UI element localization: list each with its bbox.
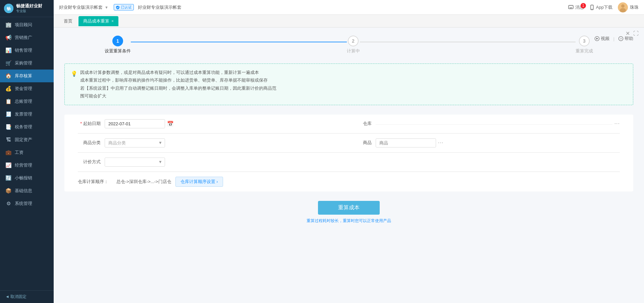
app-download-label: App下载 — [596, 4, 612, 10]
user-area[interactable]: 珠珠 — [618, 2, 639, 12]
sidebar-item-asset[interactable]: 🏗 固定资产 — [0, 133, 54, 146]
finance-icon: 💰 — [5, 86, 11, 92]
sidebar-item-label: 项目顾问 — [15, 22, 32, 28]
expense-icon: 🔄 — [5, 175, 11, 181]
form-row-3: 计价方式 ▼ — [78, 153, 620, 172]
topbar: 好业财专业版演示帐套 ▼ 已认证 好业财专业版演示帐套 消息 1 — [54, 0, 644, 15]
sidebar-item-label: 资金管理 — [15, 86, 32, 92]
sidebar-item-label: 库存核算 — [15, 73, 32, 79]
sidebar-item-label: 发票管理 — [15, 111, 32, 117]
goods-input[interactable] — [376, 138, 436, 147]
message-icon — [568, 4, 574, 10]
sidebar-header: 畅 畅捷通好业财 专业版 — [0, 0, 54, 17]
step-connector-1 — [131, 42, 347, 42]
sidebar-item-accounting[interactable]: 📋 总账管理 — [0, 95, 54, 108]
expand-btn[interactable]: ⛶ — [633, 31, 639, 37]
recalc-hint: 重算过程耗时较长，重算时您可以正常使用产品 — [307, 218, 391, 224]
tab-recalc-label: 商品成本重算 — [83, 18, 109, 24]
purchase-icon: 🛒 — [5, 60, 11, 66]
pricing-select[interactable] — [105, 158, 165, 167]
sales-icon: 📊 — [5, 47, 11, 53]
message-btn[interactable]: 消息 1 — [568, 4, 584, 10]
user-name: 珠珠 — [630, 4, 639, 10]
start-date-field: 起始日期 📅 — [78, 119, 349, 128]
goods-more-btn[interactable]: ··· — [438, 140, 443, 146]
tax-icon: 📑 — [5, 124, 11, 130]
tab-close-icon[interactable]: × — [111, 19, 114, 24]
category-select[interactable]: 商品分类 — [105, 138, 165, 147]
info-line-2: 成本重算过程中，影响库存账的操作均不能操作，比如进货单、销货单、库存单据不能审核… — [80, 76, 276, 84]
tabbar: 首页 商品成本重算 × — [54, 15, 644, 28]
sidebar-item-operation[interactable]: 📈 经营管理 — [0, 159, 54, 172]
sidebar-item-tax[interactable]: 📑 税务管理 — [0, 121, 54, 133]
recalc-section: 重算成本 重算过程耗时较长，重算时您可以正常使用产品 — [64, 201, 633, 224]
goods-label: 商品 — [349, 140, 376, 146]
account-name: 好业财专业版演示帐套 — [59, 4, 103, 10]
sidebar-item-basic[interactable]: 📦 基础信息 — [0, 184, 54, 197]
step-2: 2 计算中 — [347, 36, 360, 54]
start-date-input[interactable] — [105, 119, 165, 128]
form-row-2: 商品分类 商品分类 ▼ 商品 ··· — [78, 134, 620, 153]
divider-line: | — [613, 36, 614, 42]
project-icon: 🏢 — [5, 22, 11, 28]
app-download-btn[interactable]: App下载 — [589, 4, 612, 10]
step-2-label: 计算中 — [347, 48, 360, 54]
calendar-icon[interactable]: 📅 — [167, 121, 174, 127]
asset-icon: 🏗 — [5, 137, 11, 143]
svg-text:畅: 畅 — [7, 6, 11, 11]
sidebar-item-label: 营销推广 — [15, 35, 32, 41]
shield-icon — [116, 5, 120, 9]
goods-field: 商品 ··· — [349, 138, 620, 147]
recalc-btn[interactable]: 重算成本 — [318, 201, 380, 215]
verified-label: 已认证 — [121, 5, 132, 10]
pricing-field: 计价方式 ▼ — [78, 158, 349, 167]
svg-point-4 — [592, 9, 592, 9]
step-3: 3 重算完成 — [576, 36, 593, 54]
sidebar-toggle[interactable]: ◄ 取消固定 — [0, 290, 54, 303]
svg-text:?: ? — [620, 37, 622, 41]
info-line-1: 因成本计算参数调整，或是对商品成本有疑问时，可以通过成本重算功能，重新计算一遍成… — [80, 69, 276, 76]
sidebar-item-project[interactable]: 🏢 项目顾问 — [0, 18, 54, 31]
sidebar-item-purchase[interactable]: 🛒 采购管理 — [0, 57, 54, 70]
verified-badge-area: 已认证 好业财专业版演示帐套 — [114, 4, 181, 10]
sidebar-item-invoice[interactable]: 🧾 发票管理 — [0, 108, 54, 121]
salary-icon: 💼 — [5, 149, 11, 156]
sidebar-item-inventory[interactable]: 🏠 库存核算 — [0, 70, 54, 82]
sidebar: 畅 畅捷通好业财 专业版 🏢 项目顾问 📢 营销推广 📊 销售管理 🛒 采购管理… — [0, 0, 54, 303]
tab-home[interactable]: 首页 — [59, 16, 77, 26]
sidebar-item-label: 经营管理 — [15, 162, 32, 168]
video-help-area: 视频 | ? 帮助 — [595, 36, 633, 42]
sidebar-item-sales[interactable]: 📊 销售管理 — [0, 44, 54, 57]
sidebar-item-system[interactable]: ⚙ 系统管理 — [0, 197, 54, 210]
warehouse-order-settings-btn[interactable]: 仓库计算顺序设置 › — [175, 177, 223, 187]
category-label: 商品分类 — [78, 140, 105, 146]
sidebar-item-marketing[interactable]: 📢 营销推广 — [0, 31, 54, 44]
step-3-label: 重算完成 — [576, 48, 593, 54]
sidebar-item-label: 基础信息 — [15, 188, 32, 194]
sidebar-item-label: 税务管理 — [15, 124, 32, 130]
message-badge: 1 — [581, 3, 586, 8]
sidebar-item-expense[interactable]: 🔄 小畅报销 — [0, 172, 54, 184]
warehouse-order-label: 仓库计算顺序： — [78, 179, 112, 185]
sidebar-item-finance[interactable]: 💰 资金管理 — [0, 82, 54, 95]
basic-icon: 📦 — [5, 188, 11, 194]
sidebar-item-label: 总账管理 — [15, 98, 32, 104]
sidebar-item-salary[interactable]: 💼 工资 — [0, 146, 54, 159]
help-btn[interactable]: ? 帮助 — [619, 36, 633, 42]
warehouse-label: 仓库 — [349, 121, 376, 127]
verified-account-name: 好业财专业版演示帐套 — [138, 4, 181, 10]
step-2-circle: 2 — [348, 36, 359, 46]
sidebar-item-label: 固定资产 — [15, 137, 32, 143]
warehouse-more-btn[interactable]: ··· — [614, 121, 620, 127]
sidebar-toggle-label: ◄ 取消固定 — [5, 294, 26, 300]
help-icon: ? — [619, 36, 623, 41]
accounting-icon: 📋 — [5, 98, 11, 104]
svg-point-6 — [621, 4, 625, 8]
info-line-3: 若【系统设置】中启用了自动调整记账日期时，会调整入库单的整单记账日期，因此重新计… — [80, 84, 276, 92]
operation-icon: 📈 — [5, 162, 11, 168]
account-selector[interactable]: 好业财专业版演示帐套 ▼ — [59, 4, 108, 10]
info-line-4: 围可能会扩大 — [80, 92, 276, 100]
category-field: 商品分类 商品分类 ▼ — [78, 138, 349, 147]
tab-recalc[interactable]: 商品成本重算 × — [78, 16, 118, 26]
video-btn[interactable]: 视频 — [595, 36, 609, 42]
